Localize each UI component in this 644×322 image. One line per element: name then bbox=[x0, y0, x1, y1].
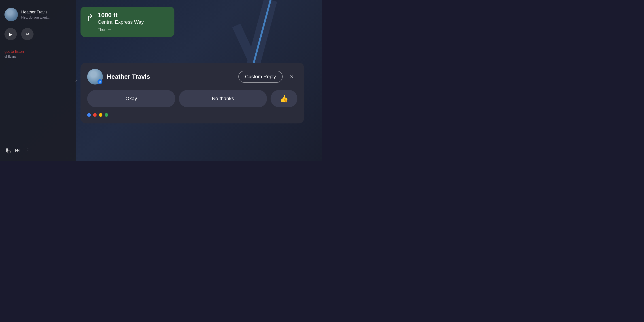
nav-details: 1000 ft Central Express Way Then ↩ bbox=[98, 12, 144, 32]
google-dot-yellow bbox=[99, 113, 102, 117]
google-dots bbox=[87, 112, 298, 117]
contact-preview: Hey, do you want... bbox=[21, 16, 72, 19]
then-label: Then bbox=[98, 28, 106, 32]
avatar-image bbox=[4, 8, 18, 21]
play-button[interactable]: ▶ bbox=[4, 28, 17, 40]
no-thanks-button[interactable]: No thanks bbox=[179, 90, 267, 107]
nav-street: Central Express Way bbox=[98, 19, 144, 25]
reply-header: ✉ Heather Travis Custom Reply × bbox=[87, 69, 298, 84]
divider bbox=[0, 45, 76, 45]
reply-button[interactable]: ↩ bbox=[21, 28, 34, 40]
reply-avatar: ✉ bbox=[87, 69, 103, 84]
reply-buttons: Okay No thanks 👍 bbox=[87, 90, 298, 107]
song-item: got to listen el Evans bbox=[0, 46, 76, 62]
thumbs-up-button[interactable]: 👍 bbox=[270, 90, 298, 107]
custom-reply-button[interactable]: Custom Reply bbox=[238, 71, 283, 83]
nav-then: Then ↩ bbox=[98, 27, 144, 32]
message-badge-icon: ✉ bbox=[98, 79, 102, 84]
close-button[interactable]: × bbox=[286, 71, 298, 82]
contact-name: Heather Travis bbox=[21, 10, 72, 14]
avatar bbox=[4, 8, 18, 21]
reply-contact-name: Heather Travis bbox=[107, 73, 150, 80]
reply-actions-top: Custom Reply × bbox=[238, 71, 298, 83]
google-dot-red bbox=[93, 113, 96, 117]
google-dot-green bbox=[105, 113, 108, 117]
nav-distance: 1000 ft bbox=[98, 12, 144, 19]
okay-button[interactable]: Okay bbox=[87, 90, 175, 107]
contact-item[interactable]: Heather Travis Hey, do you want... bbox=[0, 4, 76, 24]
skip-button[interactable]: ⏭ bbox=[15, 147, 20, 153]
song-artist: el Evans bbox=[4, 55, 72, 58]
player-controls: ▶ ↩ bbox=[0, 24, 76, 44]
contact-info: Heather Travis Hey, do you want... bbox=[21, 10, 72, 19]
reply-card: ✉ Heather Travis Custom Reply × Okay No … bbox=[80, 62, 304, 124]
reply-contact: ✉ Heather Travis bbox=[87, 69, 150, 84]
left-sidebar: Heather Travis Hey, do you want... ▶ ↩ g… bbox=[0, 0, 76, 161]
google-dot-blue bbox=[87, 113, 91, 117]
more-button[interactable]: ⋮ bbox=[26, 147, 30, 153]
turn-arrow-icon: ↱ bbox=[86, 12, 94, 23]
song-title: got to listen bbox=[4, 50, 72, 54]
settings-icon[interactable]: ⚙ bbox=[4, 148, 14, 156]
navigation-card: ↱ 1000 ft Central Express Way Then ↩ bbox=[80, 7, 174, 37]
expand-chevron-icon[interactable]: › bbox=[75, 77, 77, 84]
then-arrow-icon: ↩ bbox=[108, 27, 111, 32]
